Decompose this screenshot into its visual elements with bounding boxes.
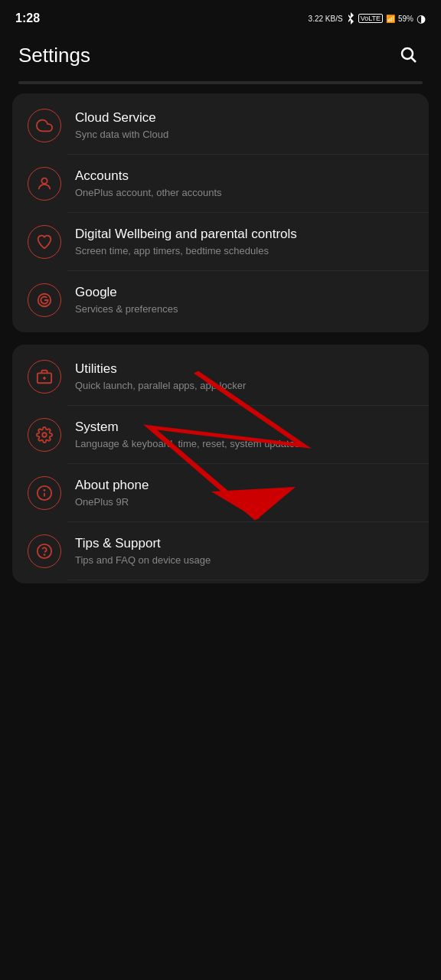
person-icon [36,175,53,192]
about-phone-text: About phone OnePlus 9R [75,477,413,509]
cloud-service-subtitle: Sync data with Cloud [75,129,413,142]
card-accounts-group: Cloud Service Sync data with Cloud Accou… [12,93,429,332]
cloud-service-text: Cloud Service Sync data with Cloud [75,109,413,142]
digital-wellbeing-icon-circle [28,225,61,259]
search-button[interactable] [395,41,423,69]
settings-item-google[interactable]: Google Services & preferences [12,271,429,329]
volte-icon: VoLTE [358,14,383,23]
svg-point-0 [402,48,413,59]
system-title: System [75,419,413,436]
about-phone-icon-circle [28,476,61,510]
system-icon-circle [28,418,61,452]
bluetooth-icon [346,12,355,24]
cloud-icon [36,117,53,134]
question-icon [36,543,53,560]
battery-icon: ◑ [416,12,426,24]
settings-item-cloud-service[interactable]: Cloud Service Sync data with Cloud [12,96,429,155]
settings-item-utilities[interactable]: Utilities Quick launch, parallel apps, a… [12,348,429,406]
about-phone-title: About phone [75,477,413,494]
accounts-text: Accounts OnePlus account, other accounts [75,168,413,200]
status-time: 1:28 [15,11,40,25]
about-phone-subtitle: OnePlus 9R [75,496,413,509]
search-icon [400,46,418,64]
page-title: Settings [18,44,90,67]
google-subtitle: Services & preferences [75,303,413,316]
briefcase-icon [36,368,53,385]
header: Settings [0,34,441,81]
info-icon [36,485,53,501]
settings-item-accounts[interactable]: Accounts OnePlus account, other accounts [12,155,429,213]
signal-icon: 📶 [386,15,395,23]
utilities-icon-circle [28,360,61,394]
settings-item-digital-wellbeing[interactable]: Digital Wellbeing and parental controls … [12,213,429,271]
tips-support-subtitle: Tips and FAQ on device usage [75,554,413,567]
svg-point-7 [42,433,47,437]
digital-wellbeing-title: Digital Wellbeing and parental controls [75,226,413,243]
settings-item-tips-support[interactable]: Tips & Support Tips and FAQ on device us… [12,522,429,580]
digital-wellbeing-subtitle: Screen time, app timers, bedtime schedul… [75,245,413,258]
status-bar: 1:28 3.22 KB/S VoLTE 📶 59% ◑ [0,0,441,34]
accounts-subtitle: OnePlus account, other accounts [75,187,413,200]
battery-text: 59% [398,15,413,23]
tips-support-icon-circle [28,534,61,568]
cloud-service-title: Cloud Service [75,109,413,126]
system-subtitle: Language & keyboard, time, reset, system… [75,438,413,451]
google-text: Google Services & preferences [75,284,413,316]
settings-item-about-phone[interactable]: About phone OnePlus 9R [12,464,429,522]
google-icon [36,292,53,309]
tips-support-text: Tips & Support Tips and FAQ on device us… [75,535,413,567]
heart-icon [36,234,53,250]
data-speed: 3.22 KB/S [309,15,343,23]
card-system-group: Utilities Quick launch, parallel apps, a… [12,345,429,583]
utilities-text: Utilities Quick launch, parallel apps, a… [75,361,413,393]
accounts-title: Accounts [75,168,413,185]
status-icons: 3.22 KB/S VoLTE 📶 59% ◑ [309,12,426,24]
settings-item-system[interactable]: System Language & keyboard, time, reset,… [12,406,429,464]
utilities-subtitle: Quick launch, parallel apps, app locker [75,380,413,393]
tips-support-title: Tips & Support [75,535,413,552]
svg-line-1 [412,58,416,63]
google-icon-circle [28,283,61,317]
svg-point-2 [41,178,47,184]
cloud-service-icon-circle [28,109,61,142]
digital-wellbeing-text: Digital Wellbeing and parental controls … [75,226,413,258]
accounts-icon-circle [28,167,61,201]
google-title: Google [75,284,413,301]
system-text: System Language & keyboard, time, reset,… [75,419,413,451]
gear-icon [36,426,53,443]
utilities-title: Utilities [75,361,413,377]
scroll-indicator [18,81,423,84]
